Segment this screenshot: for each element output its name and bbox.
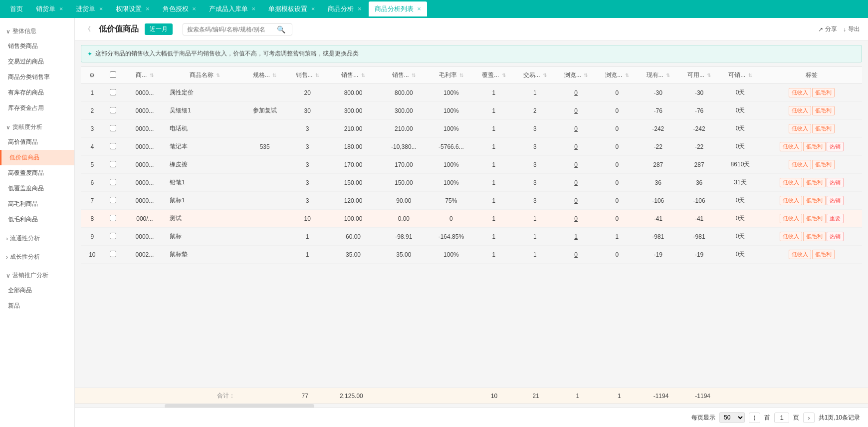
nav-home[interactable]: 首页 [4, 1, 29, 16]
share-button[interactable]: ↗ 分享 [818, 25, 837, 33]
row-sales-profit: 0.00 [379, 210, 429, 228]
close-icon[interactable]: × [59, 5, 63, 12]
sidebar-item-low-coverage[interactable]: 低覆盖度商品 [0, 181, 74, 196]
th-code[interactable]: 商... ⇅ [123, 67, 167, 84]
sidebar-item-high-value[interactable]: 高价值商品 [0, 134, 74, 150]
sidebar-item-low-value[interactable]: 低价值商品 [0, 150, 74, 165]
sidebar-item-high-profit[interactable]: 高毛利商品 [0, 196, 74, 212]
th-coverage[interactable]: 覆盖... ⇅ [473, 67, 514, 84]
sidebar-item-category-rate[interactable]: 商品分类销售率 [0, 69, 74, 85]
next-page-button[interactable]: › [803, 413, 814, 423]
nav-template[interactable]: 单据模板设置 × [262, 1, 321, 16]
sidebar-item-stock-goods[interactable]: 有库存的商品 [0, 85, 74, 100]
row-checkbox[interactable] [110, 251, 116, 257]
close-icon[interactable]: × [252, 5, 256, 12]
sidebar-item-all-goods[interactable]: 全部商品 [0, 283, 74, 298]
sidebar-section-title-circulation[interactable]: › 流通性分析 [0, 231, 74, 246]
row-checkbox[interactable] [110, 215, 116, 221]
row-code: 000/... [123, 210, 167, 228]
content-header: 《 低价值商品 近一月 🔍 ↗ 分享 ↓ 导出 [75, 18, 868, 41]
row-checkbox[interactable] [110, 197, 116, 203]
select-all-checkbox[interactable] [110, 71, 116, 78]
sidebar-item-sales-goods[interactable]: 销售类商品 [0, 38, 74, 54]
close-icon[interactable]: × [417, 5, 421, 12]
row-code: 0000... [123, 174, 167, 192]
browse-link[interactable]: 1 [574, 233, 578, 240]
close-icon[interactable]: × [192, 5, 196, 12]
table-footer: 合计： 77 2,125.00 10 21 1 1 -1194 -1194 [75, 388, 868, 404]
nav-role-auth[interactable]: 角色授权 × [157, 1, 202, 16]
export-button[interactable]: ↓ 导出 [843, 25, 860, 33]
row-name: 笔记本 [167, 138, 242, 156]
row-checkbox[interactable] [110, 125, 116, 131]
sidebar-section-title-overview[interactable]: ∨ 整体信息 [0, 24, 74, 38]
nav-permission[interactable]: 权限设置 × [110, 1, 155, 16]
collapse-sidebar-button[interactable]: 《 [83, 23, 93, 35]
browse-link[interactable]: 0 [574, 215, 578, 222]
th-settings[interactable]: ⚙ [81, 67, 104, 84]
browse-link[interactable]: 0 [574, 197, 578, 204]
th-available[interactable]: 可用... ⇅ [678, 67, 719, 84]
th-checkbox [104, 67, 123, 84]
row-code: 0000... [123, 192, 167, 210]
sidebar-item-new-goods[interactable]: 新品 [0, 298, 74, 314]
th-current-stock[interactable]: 现有... ⇅ [638, 67, 678, 84]
th-sales-qty[interactable]: 销售... ⇅ [287, 67, 328, 84]
th-browse1[interactable]: 浏览... ⇅ [555, 67, 596, 84]
row-available: -22 [678, 138, 719, 156]
sidebar-section-title-growth[interactable]: › 成长性分析 [0, 250, 74, 264]
sidebar-item-stock-capital[interactable]: 库存资金占用 [0, 100, 74, 116]
th-sales-amount[interactable]: 销售... ⇅ [328, 67, 378, 84]
search-icon[interactable]: 🔍 [277, 25, 285, 33]
row-checkbox[interactable] [110, 233, 116, 239]
nav-sales-order[interactable]: 销货单 × [30, 1, 69, 16]
row-checkbox[interactable] [110, 161, 116, 167]
nav-purchase-order[interactable]: 进货单 × [70, 1, 109, 16]
row-checkbox[interactable] [110, 179, 116, 185]
row-checkbox[interactable] [110, 107, 116, 113]
browse-link[interactable]: 0 [574, 125, 578, 132]
browse-link[interactable]: 0 [574, 251, 578, 258]
close-icon[interactable]: × [358, 5, 362, 12]
sidebar-section-title-marketing[interactable]: ∨ 营销推广分析 [0, 268, 74, 283]
nav-goods-analysis-list[interactable]: 商品分析列表 × [369, 1, 427, 16]
browse-link[interactable]: 0 [574, 143, 578, 150]
browse-link[interactable]: 0 [574, 89, 578, 96]
current-page-input[interactable] [774, 413, 789, 423]
total-info: 共1页,10条记录 [819, 414, 860, 422]
row-name: 橡皮擦 [167, 156, 242, 174]
row-number: 4 [81, 138, 104, 156]
search-input[interactable] [187, 26, 277, 33]
browse-link[interactable]: 0 [574, 107, 578, 114]
browse-link[interactable]: 0 [574, 161, 578, 168]
sidebar-item-high-coverage[interactable]: 高覆盖度商品 [0, 165, 74, 181]
sidebar-section-title-contribution[interactable]: ∨ 贡献度分析 [0, 120, 74, 134]
th-trade[interactable]: 交易... ⇅ [514, 67, 555, 84]
nav-product-inbound[interactable]: 产成品入库单 × [203, 1, 261, 16]
row-checkbox[interactable] [110, 143, 116, 149]
th-spec[interactable]: 规格... ⇅ [242, 67, 287, 84]
row-number: 1 [81, 84, 104, 102]
row-browse2: 0 [597, 192, 638, 210]
th-name[interactable]: 商品名称 ⇅ [167, 67, 242, 84]
th-browse2[interactable]: 浏览... ⇅ [597, 67, 638, 84]
close-icon[interactable]: × [311, 5, 315, 12]
sidebar-item-low-profit[interactable]: 低毛利商品 [0, 212, 74, 227]
th-saleable[interactable]: 可销... ⇅ [720, 67, 761, 84]
browse-link[interactable]: 0 [574, 179, 578, 186]
close-icon[interactable]: × [99, 5, 103, 12]
row-coverage: 1 [473, 174, 514, 192]
page-size-select[interactable]: 50 100 200 [719, 412, 745, 423]
notice-bar: ✦ 这部分商品的销售收入大幅低于商品平均销售收入，价值不高，可考虑调整营销策略，… [81, 45, 862, 62]
sidebar-item-traded-goods[interactable]: 交易过的商品 [0, 54, 74, 69]
close-icon[interactable]: × [146, 5, 150, 12]
th-gross-margin[interactable]: 毛利率 ⇅ [429, 67, 473, 84]
tag: 低收入 [789, 250, 811, 259]
th-sales-profit[interactable]: 销售... ⇅ [379, 67, 429, 84]
row-checkbox[interactable] [110, 89, 116, 95]
date-filter-button[interactable]: 近一月 [145, 23, 173, 35]
nav-goods-analysis[interactable]: 商品分析 × [322, 1, 367, 16]
row-browse1: 0 [555, 102, 596, 120]
first-page-button[interactable]: ⟨ [749, 413, 760, 423]
row-sales-qty: 20 [287, 84, 328, 102]
